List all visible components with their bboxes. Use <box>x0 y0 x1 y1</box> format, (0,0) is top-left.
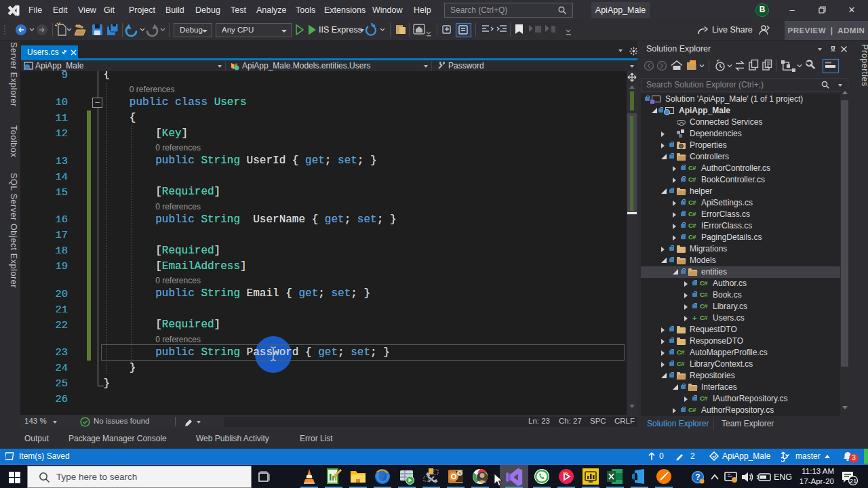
svg-text:?: ? <box>695 472 700 482</box>
svg-text:21: 21 <box>850 477 857 485</box>
